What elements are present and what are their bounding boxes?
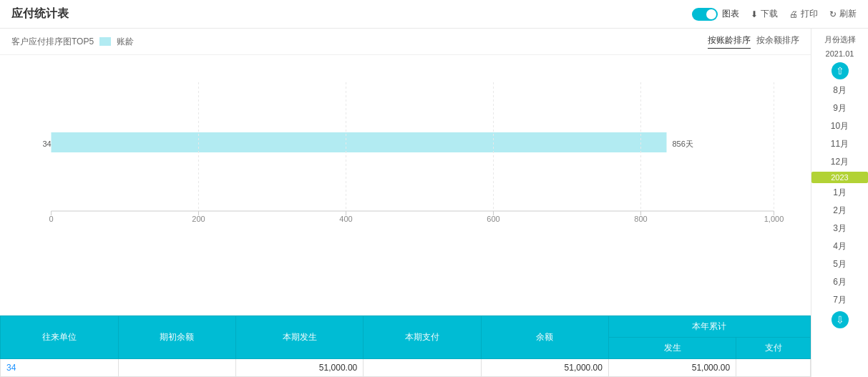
bar-end-label: 856天 <box>673 139 693 148</box>
month-item-7[interactable]: 7月 <box>811 292 868 308</box>
panel-nav-up-button[interactable]: ⇧ <box>832 62 849 79</box>
refresh-button[interactable]: ↻ 刷新 <box>829 8 857 20</box>
month-list: 8月 9月 10月 11月 12月 2023 1月 2月 3月 4月 5月 6月… <box>811 82 868 308</box>
month-item-1[interactable]: 1月 <box>811 185 868 201</box>
cell-unit[interactable]: 34 <box>1 359 119 377</box>
svg-text:600: 600 <box>487 215 499 223</box>
bar-y-label: 34 <box>43 139 52 148</box>
chart-toggle[interactable] <box>692 8 718 21</box>
main-area: 客户应付排序图TOP5 账龄 按账龄排序 按余额排序 34 856天 <box>0 29 868 377</box>
month-item-11[interactable]: 11月 <box>811 136 868 152</box>
col-current-pay-header: 本期支付 <box>364 316 482 359</box>
legend-box-label: 账龄 <box>117 36 134 48</box>
sort-by-balance-button[interactable]: 按账龄排序 <box>708 34 751 49</box>
svg-text:400: 400 <box>339 215 352 223</box>
panel-header: 月份选择 <box>824 31 856 48</box>
download-icon: ⬇ <box>751 9 758 19</box>
col-current-occur-header: 本期发生 <box>236 316 364 359</box>
refresh-icon: ↻ <box>829 9 837 19</box>
header-actions: 图表 ⬇ 下载 🖨 打印 ↻ 刷新 <box>692 8 857 21</box>
page-title: 应付统计表 <box>11 6 69 21</box>
panel-nav-down-button[interactable]: ⇩ <box>832 311 849 328</box>
print-icon: 🖨 <box>789 9 798 19</box>
month-item-10[interactable]: 10月 <box>811 118 868 134</box>
bar-chart: 34 856天 0 200 400 600 800 1,000 <box>11 61 799 247</box>
chart-legend: 客户应付排序图TOP5 账龄 <box>11 36 134 48</box>
month-item-2[interactable]: 2月 <box>811 202 868 219</box>
svg-text:1,000: 1,000 <box>764 215 784 223</box>
cell-ytd-pay <box>736 359 811 377</box>
col-ytd-header: 本年累计 <box>608 316 810 338</box>
app-container: 应付统计表 图表 ⬇ 下载 🖨 打印 ↻ 刷新 <box>0 0 868 377</box>
legend-color-box <box>99 37 111 46</box>
month-item-6[interactable]: 6月 <box>811 274 868 290</box>
download-label: 下载 <box>761 8 778 20</box>
refresh-label: 刷新 <box>839 8 857 20</box>
data-table: 往来单位 期初余额 本期发生 本期支付 余额 本年累计 发生 支付 <box>0 315 811 377</box>
chart-toggle-wrap: 图表 <box>692 8 739 21</box>
right-panel: 月份选择 2021.01 ⇧ 8月 9月 10月 11月 12月 2023 1月… <box>811 29 868 377</box>
svg-text:800: 800 <box>634 215 647 223</box>
chart-and-table: 客户应付排序图TOP5 账龄 按账龄排序 按余额排序 34 856天 <box>0 29 811 377</box>
col-ytd-occur-header: 发生 <box>608 338 736 359</box>
cell-ytd-occur: 51,000.00 <box>608 359 736 377</box>
chart-bar <box>52 132 667 152</box>
col-ytd-pay-header: 支付 <box>736 338 811 359</box>
col-balance-header: 余额 <box>481 316 608 359</box>
month-item-4[interactable]: 4月 <box>811 238 868 255</box>
month-item-5[interactable]: 5月 <box>811 256 868 273</box>
table-section: 往来单位 期初余额 本期发生 本期支付 余额 本年累计 发生 支付 <box>0 315 811 377</box>
chart-toolbar: 客户应付排序图TOP5 账龄 按账龄排序 按余额排序 <box>0 29 811 55</box>
cell-current-pay <box>364 359 482 377</box>
header: 应付统计表 图表 ⬇ 下载 🖨 打印 ↻ 刷新 <box>0 0 868 29</box>
cell-current-occur: 51,000.00 <box>236 359 364 377</box>
download-button[interactable]: ⬇ 下载 <box>751 8 778 20</box>
chart-area: 34 856天 0 200 400 600 800 1,000 <box>0 55 811 315</box>
cell-opening <box>118 359 236 377</box>
cell-balance: 51,000.00 <box>481 359 608 377</box>
legend-label: 客户应付排序图TOP5 <box>11 36 94 48</box>
col-opening-header: 期初余额 <box>118 316 236 359</box>
sort-by-amount-button[interactable]: 按余额排序 <box>756 34 799 49</box>
print-label: 打印 <box>801 8 818 20</box>
table-row: 34 51,000.00 51,000.00 51,000.00 <box>1 359 811 377</box>
month-item-12[interactable]: 12月 <box>811 154 868 170</box>
print-button[interactable]: 🖨 打印 <box>789 8 818 20</box>
month-item-9[interactable]: 9月 <box>811 100 868 117</box>
month-item-3[interactable]: 3月 <box>811 220 868 237</box>
svg-text:200: 200 <box>192 215 205 223</box>
panel-current-date: 2021.01 <box>823 48 857 59</box>
chart-toggle-label: 图表 <box>722 8 739 20</box>
month-item-8[interactable]: 8月 <box>811 82 868 99</box>
col-unit-header: 往来单位 <box>1 316 119 359</box>
svg-text:0: 0 <box>49 215 53 223</box>
year-marker: 2023 <box>811 172 868 183</box>
chart-sort-buttons: 按账龄排序 按余额排序 <box>708 34 799 49</box>
